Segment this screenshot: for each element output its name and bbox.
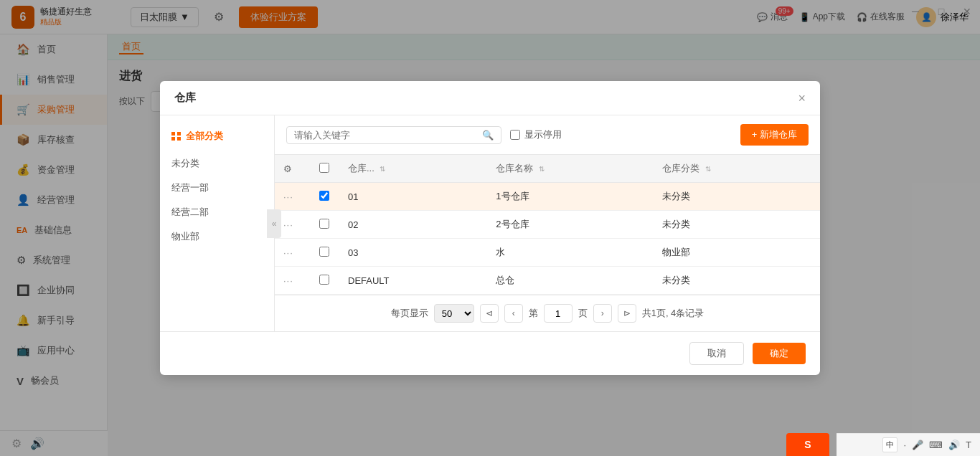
taskbar-t-icon[interactable]: T <box>966 440 971 450</box>
sort-code-icon: ⇅ <box>380 165 385 173</box>
cell-name: 总仓 <box>487 267 654 295</box>
category-all-label: 全部分类 <box>186 130 223 143</box>
table-panel: 🔍 显示停用 + 新增仓库 ⚙ <box>275 115 820 331</box>
modal-footer: 取消 确定 <box>160 331 820 375</box>
category-item-property[interactable]: 物业部 <box>160 224 274 249</box>
cell-category: 未分类 <box>654 183 820 211</box>
category-item-dept1[interactable]: 经营一部 <box>160 176 274 200</box>
show-disabled-input[interactable] <box>510 130 520 140</box>
cell-category: 未分类 <box>654 267 820 295</box>
col-category-header[interactable]: 仓库分类 ⇅ <box>654 155 820 183</box>
total-label: 共1页, 4条记录 <box>642 307 705 320</box>
col-name-header[interactable]: 仓库名称 ⇅ <box>487 155 654 183</box>
warehouse-table: ⚙ 仓库... ⇅ 仓库名称 ⇅ <box>275 155 820 295</box>
table-row[interactable]: ··· DEFAULT 总仓 未分类 <box>275 267 820 295</box>
page-label: 第 <box>529 307 538 320</box>
table-header-row: ⚙ 仓库... ⇅ 仓库名称 ⇅ <box>275 155 820 183</box>
add-warehouse-button[interactable]: + 新增仓库 <box>740 124 809 146</box>
per-page-label: 每页显示 <box>391 307 428 320</box>
modal-body: 全部分类 未分类 经营一部 经营二部 物业部 « 🔍 <box>160 115 820 331</box>
close-button[interactable]: ✕ <box>954 0 980 23</box>
cell-code: 03 <box>339 239 487 267</box>
cell-name: 2号仓库 <box>487 211 654 239</box>
show-disabled-checkbox: 显示停用 <box>510 128 562 141</box>
sort-name-icon: ⇅ <box>539 165 545 173</box>
taskbar-dot-icon: · <box>903 440 906 450</box>
per-page-select[interactable]: 50 10 20 100 <box>434 304 474 323</box>
search-box: 🔍 <box>286 126 501 144</box>
modal-title: 仓库 <box>174 91 196 105</box>
category-panel: 全部分类 未分类 经营一部 经营二部 物业部 « <box>160 115 275 331</box>
modal-overlay: 仓库 × 全部分类 未分类 经营一部 经营二部 物业部 « <box>0 0 980 456</box>
cell-code: DEFAULT <box>339 267 487 295</box>
col-settings-header: ⚙ <box>275 155 311 183</box>
category-item-unclassified[interactable]: 未分类 <box>160 151 274 176</box>
col-code-header[interactable]: 仓库... ⇅ <box>339 155 487 183</box>
maximize-button[interactable]: □ <box>928 0 954 23</box>
taskbar-mic-icon[interactable]: 🎤 <box>912 440 923 450</box>
cell-name: 1号仓库 <box>487 183 654 211</box>
cell-name: 水 <box>487 239 654 267</box>
table-row[interactable]: ··· 01 1号仓库 未分类 <box>275 183 820 211</box>
grid-icon <box>171 132 182 141</box>
taskbar-cn-icon[interactable]: 中 <box>882 437 897 452</box>
select-all-checkbox[interactable] <box>319 163 329 173</box>
category-header[interactable]: 全部分类 <box>160 124 274 151</box>
cell-category: 物业部 <box>654 239 820 267</box>
cell-checkbox[interactable] <box>311 183 339 211</box>
warehouse-modal: 仓库 × 全部分类 未分类 经营一部 经营二部 物业部 « <box>160 81 820 375</box>
table-row[interactable]: ··· 02 2号仓库 未分类 <box>275 211 820 239</box>
minimize-button[interactable]: ─ <box>903 0 928 23</box>
cell-settings: ··· <box>275 183 311 211</box>
s-logo: S <box>804 439 811 450</box>
table-row[interactable]: ··· 03 水 物业部 <box>275 239 820 267</box>
cell-code: 01 <box>339 183 487 211</box>
page-unit: 页 <box>578 307 588 320</box>
pagination-bar: 每页显示 50 10 20 100 ⊲ ‹ 第 页 › ⊳ 共1页, 4条记录 <box>275 295 820 331</box>
taskbar-speaker-icon[interactable]: 🔊 <box>948 440 960 450</box>
cell-checkbox[interactable] <box>311 267 339 295</box>
cell-code: 02 <box>339 211 487 239</box>
category-collapse-button[interactable]: « <box>267 209 281 238</box>
prev-page-button[interactable]: ‹ <box>504 304 523 323</box>
search-icon: 🔍 <box>482 130 494 141</box>
col-checkbox-header <box>311 155 339 183</box>
search-input[interactable] <box>294 130 478 141</box>
taskbar-keyboard-icon[interactable]: ⌨ <box>929 440 943 450</box>
cell-settings: ··· <box>275 239 311 267</box>
first-page-button[interactable]: ⊲ <box>480 304 499 323</box>
page-number-input[interactable] <box>544 304 573 323</box>
modal-close-button[interactable]: × <box>798 92 806 105</box>
last-page-button[interactable]: ⊳ <box>618 304 636 323</box>
show-disabled-label: 显示停用 <box>524 128 562 141</box>
confirm-button[interactable]: 确定 <box>753 343 806 364</box>
next-page-button[interactable]: › <box>593 304 612 323</box>
table-scroll: ⚙ 仓库... ⇅ 仓库名称 ⇅ <box>275 155 820 295</box>
modal-header: 仓库 × <box>160 81 820 115</box>
cell-checkbox[interactable] <box>311 211 339 239</box>
cancel-button[interactable]: 取消 <box>689 342 744 365</box>
cell-settings: ··· <box>275 267 311 295</box>
cell-checkbox[interactable] <box>311 239 339 267</box>
table-toolbar: 🔍 显示停用 + 新增仓库 <box>275 115 820 155</box>
category-item-dept2[interactable]: 经营二部 <box>160 200 274 224</box>
cell-category: 未分类 <box>654 211 820 239</box>
sort-category-icon: ⇅ <box>705 165 711 173</box>
